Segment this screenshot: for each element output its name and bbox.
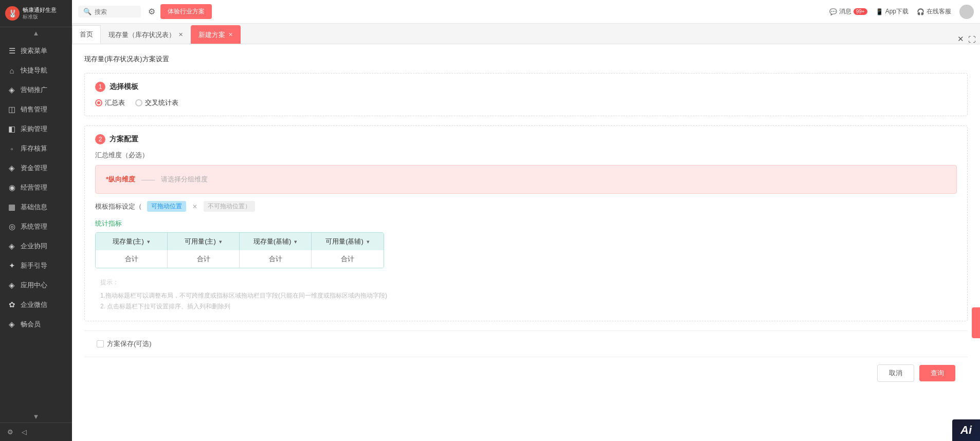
inventory-icon: ◦ (7, 144, 16, 153)
radio-cross[interactable]: 交叉统计表 (135, 98, 178, 107)
tab-home[interactable]: 首页 (72, 25, 101, 44)
radio-summary-label: 汇总表 (105, 98, 125, 107)
query-button[interactable]: 查询 (919, 365, 955, 381)
app-download-btn[interactable]: 📱 App下载 (876, 7, 909, 16)
radio-cross-dot (135, 99, 142, 106)
content-area: 现存量(库存状况表)方案设置 1 选择模板 汇总表 交叉统计表 (72, 44, 980, 441)
x-mark: ✕ (192, 203, 197, 210)
topbar-right: 💬 消息 99+ 📱 App下载 🎧 在线客服 (829, 5, 974, 19)
summary-dimension-label: 汇总维度（必选） (95, 151, 957, 160)
tab-home-label: 首页 (80, 30, 93, 39)
sidebar-item-management[interactable]: ◉ 经营管理 (0, 178, 72, 197)
topbar: 🔍 ⚙ 体验行业方案 💬 消息 99+ 📱 App下载 🎧 在线客服 (72, 0, 980, 24)
sidebar-item-purchase[interactable]: ◧ 采购管理 (0, 119, 72, 139)
sidebar-item-inventory[interactable]: ◦ 库存核算 (0, 139, 72, 158)
dimension-line: —— (141, 176, 155, 183)
tab-new-plan-label: 新建方案 (198, 30, 225, 40)
sidebar-item-sales[interactable]: ◫ 销售管理 (0, 100, 72, 119)
sidebar-item-member[interactable]: ◈ 畅会员 (0, 315, 72, 334)
draggable-chip: 可拖动位置 (147, 201, 186, 212)
col-header-label-2: 现存量(基辅) (253, 237, 292, 246)
dimension-box: *纵向维度 —— 请选择分组维度 (95, 165, 957, 194)
col-body-label-2: 合计 (269, 254, 282, 264)
save-option: 方案保存(可选) (84, 330, 968, 357)
window-expand-icon[interactable]: ⛶ (968, 35, 976, 44)
sales-icon: ◫ (7, 105, 16, 114)
tab-bar: 首页 现存量（库存状况表） ✕ 新建方案 ✕ ✕ ⛶ (72, 24, 980, 44)
step1-label: 选择模板 (110, 82, 138, 91)
save-checkbox[interactable] (97, 340, 104, 347)
sidebar-item-label: 库存核算 (21, 144, 47, 153)
sidebar-item-label: 新手引导 (21, 261, 47, 270)
col-chevron-1[interactable]: ▾ (219, 238, 222, 245)
sidebar-scroll-down[interactable]: ▼ (0, 411, 72, 422)
col-chevron-3[interactable]: ▾ (367, 238, 370, 245)
sidebar-item-label: 系统管理 (21, 222, 47, 231)
sidebar-item-search[interactable]: ☰ 搜索菜单 (0, 41, 72, 61)
col-chevron-0[interactable]: ▾ (147, 238, 150, 245)
dimension-row: *纵向维度 —— 请选择分组维度 (106, 175, 946, 184)
col-header-label-0: 现存量(主) (113, 237, 144, 246)
online-service-btn[interactable]: 🎧 在线客服 (917, 7, 951, 16)
user-avatar[interactable] (959, 5, 974, 19)
sidebar-item-label: 企业微信 (21, 300, 47, 309)
gear-icon[interactable]: ⚙ (148, 7, 155, 16)
app-name: 畅康通好生意 (23, 6, 57, 13)
apps-icon: ◈ (7, 281, 16, 290)
sidebar-item-label: 销售管理 (21, 105, 47, 114)
sidebar-logo: 🐰 畅康通好生意 标准版 (0, 0, 72, 27)
tab-inventory-label: 现存量（库存状况表） (108, 30, 175, 40)
step1-badge: 1 (95, 82, 105, 92)
sidebar-item-system[interactable]: ◎ 系统管理 (0, 217, 72, 236)
stats-table-header: 现存量(主) ▾ 可用量(主) ▾ 现存量(基辅) ▾ (96, 233, 384, 250)
messages-label: 消息 (839, 7, 851, 16)
industry-btn[interactable]: 体验行业方案 (160, 4, 212, 19)
search-menu-icon: ☰ (7, 46, 16, 56)
cancel-button[interactable]: 取消 (877, 364, 914, 382)
window-close-icon[interactable]: ✕ (957, 34, 964, 44)
save-option-label: 方案保存(可选) (107, 339, 152, 348)
sidebar-item-enterprise[interactable]: ◈ 企业协同 (0, 236, 72, 256)
collapse-icon[interactable]: ◁ (22, 428, 27, 436)
search-input[interactable] (95, 8, 136, 15)
radio-summary[interactable]: 汇总表 (95, 98, 125, 107)
sidebar-item-wechat[interactable]: ✿ 企业微信 (0, 295, 72, 315)
member-icon: ◈ (7, 320, 16, 329)
col-body-label-1: 合计 (197, 254, 210, 264)
sidebar-item-label: 资金管理 (21, 163, 47, 173)
sidebar-item-finance[interactable]: ◈ 资金管理 (0, 158, 72, 178)
sidebar-scroll-up[interactable]: ▲ (0, 27, 72, 39)
col-header-0[interactable]: 现存量(主) ▾ (96, 233, 168, 250)
col-header-2[interactable]: 现存量(基辅) ▾ (240, 233, 312, 250)
col-header-3[interactable]: 可用量(基辅) ▾ (312, 233, 384, 250)
tab-new-plan-close[interactable]: ✕ (228, 31, 233, 38)
tab-inventory-close[interactable]: ✕ (178, 31, 183, 38)
right-edge-handle[interactable] (972, 307, 980, 338)
sidebar-item-label: 应用中心 (21, 281, 47, 290)
step2-section: 2 方案配置 汇总维度（必选） *纵向维度 —— 请选择分组维度 模板指标设定（ (84, 125, 968, 321)
system-icon: ◎ (7, 222, 16, 231)
sidebar-item-basic-info[interactable]: ▦ 基础信息 (0, 197, 72, 217)
stats-table: 现存量(主) ▾ 可用量(主) ▾ 现存量(基辅) ▾ (95, 232, 384, 268)
sidebar-item-marketing[interactable]: ◈ 营销推广 (0, 80, 72, 100)
settings-icon[interactable]: ⚙ (7, 428, 13, 436)
col-chevron-2[interactable]: ▾ (294, 238, 297, 245)
ai-badge[interactable]: Ai (952, 419, 980, 441)
tips-section: 提示： 1.拖动标题栏可以调整布局，不可跨维度或指标区域拖动栏目字段(只能在同一… (95, 277, 957, 313)
col-header-1[interactable]: 可用量(主) ▾ (168, 233, 240, 250)
step2-label: 方案配置 (110, 135, 138, 144)
app-version: 标准版 (23, 13, 57, 21)
headset-icon: 🎧 (917, 8, 924, 15)
sidebar-item-apps[interactable]: ◈ 应用中心 (0, 275, 72, 295)
tab-new-plan[interactable]: 新建方案 ✕ (191, 25, 241, 44)
tab-inventory[interactable]: 现存量（库存状况表） ✕ (101, 25, 191, 44)
search-box[interactable]: 🔍 (78, 6, 141, 17)
dimension-placeholder[interactable]: 请选择分组维度 (161, 175, 208, 184)
sidebar-item-nav[interactable]: ⌂ 快捷导航 (0, 61, 72, 80)
template-indicator-setting: 模板指标设定（ 可拖动位置 ✕ 不可拖动位置） (95, 201, 957, 212)
sidebar-item-label: 营销推广 (21, 85, 47, 95)
sidebar-item-guide[interactable]: ✦ 新手引导 (0, 256, 72, 275)
messages-btn[interactable]: 💬 消息 99+ (829, 7, 867, 16)
stats-section: 统计指标 现存量(主) ▾ 可用量(主) ▾ (95, 219, 957, 270)
step2-header: 2 方案配置 (95, 134, 957, 144)
